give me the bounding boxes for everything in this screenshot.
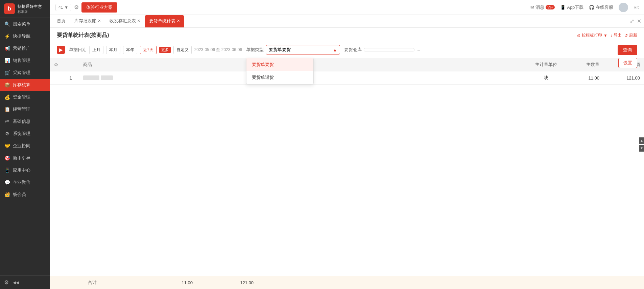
page-header: 要货单统计表(按商品) 🖨 按模板打印 ▼ ↓ 导出 ↺ 刷新 <box>50 28 644 42</box>
sidebar-item-label-search: 搜索菜单 <box>13 21 30 27</box>
cell-qty-0: 11.00 <box>563 71 603 85</box>
export-btn[interactable]: ↓ 导出 <box>610 32 622 38</box>
sidebar-item-purchase[interactable]: 🛒 采购管理 <box>0 67 50 79</box>
tab-label-receive-summary: 收发存汇总表 <box>110 18 136 24</box>
refresh-btn[interactable]: ↺ 刷新 <box>624 32 637 38</box>
messages-badge: 99+ <box>546 5 555 9</box>
date-more-badge[interactable]: 更多 <box>159 47 171 53</box>
tabbar-actions: ⤢ ✕ <box>630 18 641 24</box>
purchase-icon: 🛒 <box>4 70 10 75</box>
sidebar: b 畅捷通好生意 标准版 🔍 搜索菜单 ⚡ 快捷导航 📢 营销推广 📊 销售管理… <box>0 0 50 289</box>
member-icon: 👑 <box>4 192 10 197</box>
tab-close-order-summary[interactable]: ✕ <box>177 19 180 23</box>
topbar-right: ✉ 消息 99+ 📱 App下载 🎧 在线客服 Rit <box>530 3 639 12</box>
sidebar-collapse-icon[interactable]: ◀◀ <box>13 280 19 285</box>
date-btn-7days[interactable]: 近7天 <box>140 46 157 54</box>
app-download-btn[interactable]: 📱 App下载 <box>560 4 583 10</box>
sidebar-item-operations[interactable]: 📋 经营管理 <box>0 103 50 115</box>
date-filter-group: 单据日期 上月 本月 本年 近7天 更多 自定义 2023-05-06 至 20… <box>69 46 242 54</box>
table-header-row: ⚙ 商品 主计量单位 主数量 零售金额 <box>50 58 644 71</box>
tab-home[interactable]: 首页 <box>53 15 70 27</box>
sidebar-scroll-down[interactable]: ▼ <box>639 145 644 152</box>
page-actions: 🖨 按模板打印 ▼ ↓ 导出 ↺ 刷新 <box>576 32 637 38</box>
logo-subtitle: 标准版 <box>18 9 42 14</box>
sidebar-scroll-up[interactable]: ▲ <box>639 137 644 144</box>
type-dropdown: 要货单要货要货单退货 <box>246 58 314 84</box>
cell-amount-0: 121.00 <box>603 71 644 85</box>
sidebar-item-basic[interactable]: 🗃 基础信息 <box>0 115 50 128</box>
sidebar-item-label-inventory: 库存核算 <box>13 82 30 88</box>
company-selector[interactable]: 41 ▼ <box>55 4 71 11</box>
sidebar-item-guide[interactable]: 🎯 新手引导 <box>0 152 50 164</box>
warehouse-input[interactable] <box>364 48 414 51</box>
tab-label-home: 首页 <box>57 18 66 24</box>
expand-icon[interactable]: ⤢ <box>630 18 634 24</box>
close-all-icon[interactable]: ✕ <box>637 18 641 24</box>
marketing-icon: 📢 <box>4 46 10 51</box>
tab-close-inventory-batch[interactable]: ✕ <box>98 19 101 23</box>
filter-expand-btn[interactable]: ▶ <box>57 46 65 54</box>
sidebar-item-inventory[interactable]: 📦 库存核算 <box>0 79 50 91</box>
online-service-btn[interactable]: 🎧 在线客服 <box>589 4 613 10</box>
tab-order-summary[interactable]: 要货单统计表 ✕ <box>145 15 184 27</box>
table-footer: 合计 11.00 121.00 <box>50 276 644 289</box>
sidebar-item-label-sales: 销售管理 <box>13 58 30 64</box>
th-settings[interactable]: ⚙ <box>50 58 62 71</box>
topbar: 41 ▼ ⚙ 体验行业方案 ✉ 消息 99+ 📱 App下载 🎧 在线客服 Ri… <box>50 0 644 15</box>
sidebar-item-search[interactable]: 🔍 搜索菜单 <box>0 18 50 30</box>
tab-close-receive-summary[interactable]: ✕ <box>137 19 140 23</box>
data-table-wrap: ⚙ 商品 主计量单位 主数量 零售金额 1 块 11.00 <box>50 58 644 276</box>
sidebar-item-sales[interactable]: 📊 销售管理 <box>0 54 50 67</box>
sidebar-item-appstore[interactable]: 📱 应用中心 <box>0 164 50 176</box>
sidebar-item-member[interactable]: 👑 畅会员 <box>0 188 50 201</box>
sidebar-item-finance[interactable]: 💰 资金管理 <box>0 91 50 103</box>
inventory-icon: 📦 <box>4 82 10 88</box>
sidebar-item-label-marketing: 营销推广 <box>13 45 30 51</box>
type-input[interactable]: 要货单要货 ▲ <box>266 45 340 54</box>
date-btn-this-year[interactable]: 本年 <box>123 46 137 54</box>
sidebar-item-marketing[interactable]: 📢 营销推广 <box>0 42 50 54</box>
date-btn-this-month[interactable]: 本月 <box>106 46 120 54</box>
filter-bar: ▶ 单据日期 上月 本月 本年 近7天 更多 自定义 2023-05-06 至 … <box>50 42 644 58</box>
tab-label-order-summary: 要货单统计表 <box>149 18 175 24</box>
footer-label: 合计 <box>54 280 172 286</box>
settings-gear-icon[interactable]: ⚙ <box>74 4 79 10</box>
date-btn-last-month[interactable]: 上月 <box>89 46 103 54</box>
content-area: 要货单统计表(按商品) 🖨 按模板打印 ▼ ↓ 导出 ↺ 刷新 ▶ <box>50 28 644 289</box>
logo: b 畅捷通好生意 标准版 <box>0 0 50 18</box>
sidebar-item-system[interactable]: ⚙ 系统管理 <box>0 128 50 140</box>
sidebar-item-label-appstore: 应用中心 <box>13 167 30 173</box>
messages-label: 消息 <box>535 4 544 10</box>
warehouse-more-icon[interactable]: ··· <box>416 47 420 52</box>
sidebar-item-enterprise[interactable]: 🤝 企业协同 <box>0 140 50 152</box>
sidebar-item-shortcut[interactable]: ⚡ 快捷导航 <box>0 30 50 42</box>
th-unit: 主计量单位 <box>529 58 563 71</box>
tab-inventory-batch[interactable]: 库存批次账 ✕ <box>70 15 105 27</box>
guide-icon: 🎯 <box>4 155 10 161</box>
warehouse-filter-group: 要货仓库 ··· <box>344 47 420 53</box>
dropdown-item-order-goods[interactable]: 要货单要货 <box>246 58 313 71</box>
sidebar-settings-icon[interactable]: ⚙ <box>4 279 9 286</box>
print-btn[interactable]: 🖨 按模板打印 ▼ <box>576 32 607 38</box>
messages-btn[interactable]: ✉ 消息 99+ <box>530 4 555 10</box>
chevron-down-icon: ▼ <box>64 5 68 10</box>
sidebar-item-label-shortcut: 快捷导航 <box>13 33 30 39</box>
search-icon: 🔍 <box>4 21 10 27</box>
trial-btn[interactable]: 体验行业方案 <box>81 2 117 13</box>
settings-btn[interactable]: 设置 <box>618 58 637 68</box>
type-selected-value: 要货单要货 <box>269 47 291 53</box>
sidebar-item-label-member: 畅会员 <box>13 192 26 198</box>
tab-label-inventory-batch: 库存批次账 <box>74 18 96 24</box>
message-icon: ✉ <box>530 5 534 10</box>
avatar[interactable] <box>619 3 628 12</box>
sidebar-item-label-enterprise: 企业协同 <box>13 143 30 149</box>
date-range: 2023-05-06 至 2023-06-06 <box>194 47 242 53</box>
query-btn[interactable]: 查询 <box>618 45 637 55</box>
tab-receive-summary[interactable]: 收发存汇总表 ✕ <box>105 15 144 27</box>
date-btn-custom[interactable]: 自定义 <box>173 46 192 54</box>
logo-text: 畅捷通好生意 标准版 <box>18 4 42 14</box>
warehouse-label: 要货仓库 <box>344 47 362 53</box>
sidebar-item-wechat[interactable]: 💬 企业微信 <box>0 176 50 188</box>
dropdown-item-order-return[interactable]: 要货单退货 <box>246 71 313 84</box>
logo-icon: b <box>4 3 15 14</box>
